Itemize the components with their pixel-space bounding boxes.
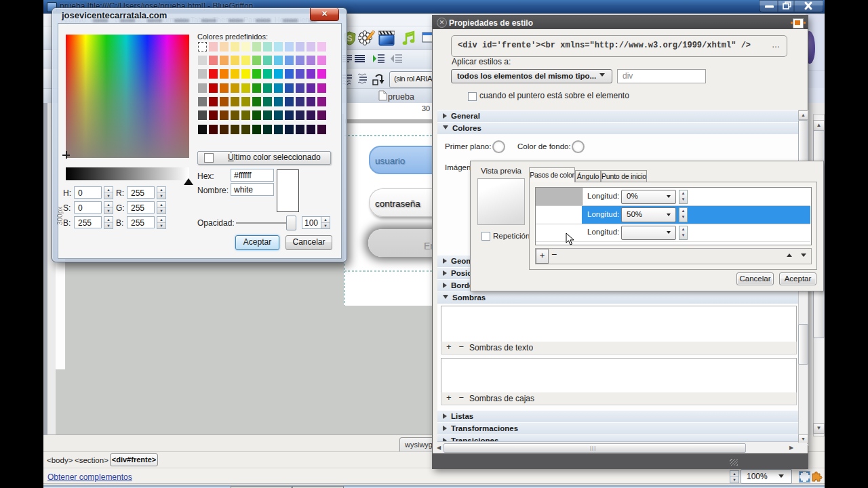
- svg-text:S: S: [347, 34, 352, 43]
